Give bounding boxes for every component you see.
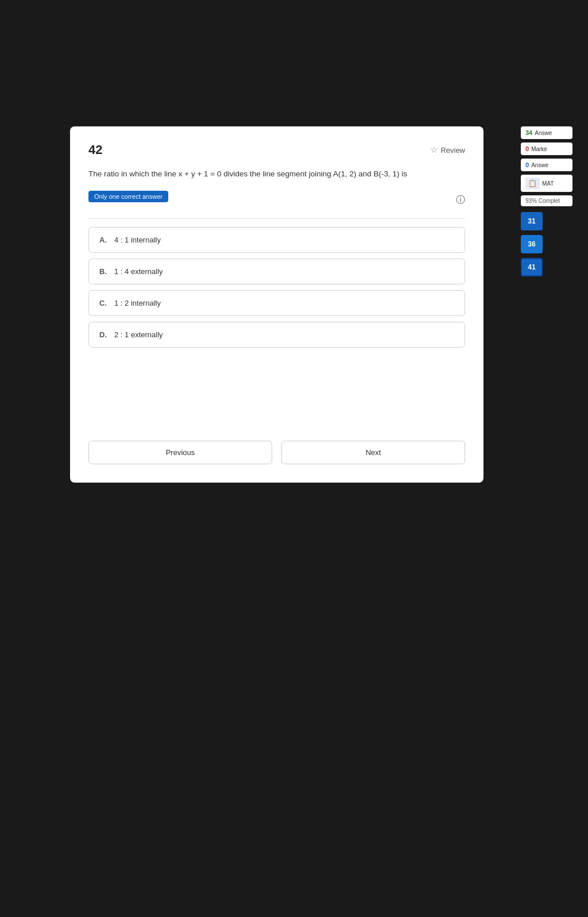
question-header: 42 ☆ Review [88, 142, 465, 157]
option-d-text: 2 : 1 externally [114, 330, 163, 339]
next-button[interactable]: Next [281, 441, 465, 464]
option-a-text: 4 : 1 internally [114, 236, 161, 244]
option-c-label: C. [99, 299, 109, 307]
option-c-text: 1 : 2 internally [114, 299, 161, 307]
progress-text: 93% Complet [521, 195, 572, 206]
subject-icon: 📋 [525, 178, 540, 189]
option-a-label: A. [99, 236, 109, 244]
options-list: A. 4 : 1 internally B. 1 : 4 externally … [88, 227, 465, 348]
option-b-text: 1 : 4 externally [114, 267, 163, 276]
option-a[interactable]: A. 4 : 1 internally [88, 227, 465, 253]
subject-stat: 📋 MAT [521, 175, 572, 192]
review-button[interactable]: ☆ Review [430, 145, 465, 155]
option-d-label: D. [99, 330, 109, 339]
marked-stat: 0 Marke [521, 142, 572, 155]
option-c[interactable]: C. 1 : 2 internally [88, 290, 465, 316]
question-text: The ratio in which the line x + y + 1 = … [88, 168, 465, 180]
not-answered-stat: 0 Answe [521, 159, 572, 171]
option-d[interactable]: D. 2 : 1 externally [88, 322, 465, 348]
star-icon: ☆ [430, 145, 438, 155]
answered-count: 34 [525, 129, 532, 136]
marked-count: 0 [525, 145, 529, 152]
question-nav-31[interactable]: 31 [521, 212, 543, 230]
question-number: 42 [88, 142, 102, 157]
answered-label: Answe [535, 130, 552, 136]
subject-label: MAT [542, 180, 554, 187]
nav-buttons: Previous Next [88, 418, 465, 464]
info-icon[interactable]: ⓘ [456, 194, 465, 206]
question-nav-41[interactable]: 41 [521, 258, 543, 276]
question-card: 42 ☆ Review The ratio in which the line … [70, 126, 483, 483]
option-b[interactable]: B. 1 : 4 externally [88, 259, 465, 284]
main-container: 42 ☆ Review The ratio in which the line … [70, 126, 518, 483]
answer-type-badge: Only one correct answer [88, 191, 168, 202]
answered-stat: 34 Answe [521, 126, 572, 139]
review-label: Review [440, 146, 465, 155]
sidebar: 34 Answe 0 Marke 0 Answe 📋 MAT 93% Compl… [521, 126, 572, 279]
option-b-label: B. [99, 267, 109, 276]
question-nav-36[interactable]: 36 [521, 235, 543, 253]
marked-label: Marke [531, 146, 547, 152]
divider [88, 218, 465, 219]
previous-button[interactable]: Previous [88, 441, 272, 464]
not-answered-count: 0 [525, 161, 529, 168]
not-answered-label: Answe [531, 162, 548, 168]
